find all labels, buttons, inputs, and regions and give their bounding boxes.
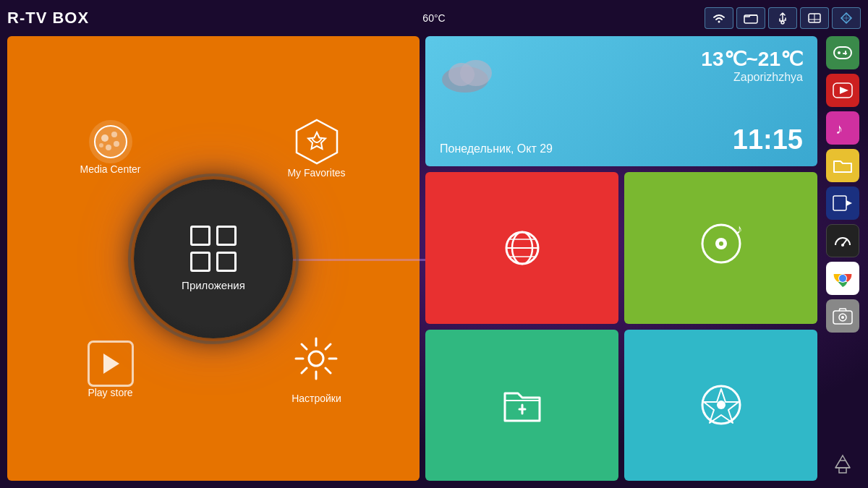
sidebar-camera-app[interactable] — [826, 299, 859, 333]
media-player-tile[interactable]: ♪ — [624, 172, 817, 324]
weather-cloud-icon — [440, 47, 505, 107]
network-icon[interactable] — [800, 7, 829, 29]
sidebar-music-app[interactable]: ♪ — [826, 111, 859, 145]
sidebar-chrome-app[interactable] — [826, 262, 859, 295]
svg-marker-39 — [840, 87, 848, 94]
svg-point-33 — [717, 401, 726, 409]
play-store-icon — [88, 341, 134, 387]
sidebar-bottom — [826, 448, 859, 481]
svg-point-53 — [841, 316, 844, 319]
weather-top: 13℃~21℃ Zaporizhzhya — [440, 47, 803, 107]
weather-time: 11:15 — [733, 124, 803, 155]
settings-label: Настройки — [292, 393, 341, 404]
svg-point-35 — [838, 51, 841, 54]
svg-point-7 — [111, 132, 117, 137]
wifi-icon[interactable] — [705, 7, 733, 29]
svg-line-19 — [326, 344, 331, 349]
browser-tile[interactable] — [624, 330, 817, 481]
recycle-icon[interactable] — [826, 448, 859, 481]
status-icons-bar — [705, 7, 861, 29]
my-favorites-label: My Favorites — [287, 167, 345, 179]
svg-line-20 — [302, 368, 307, 373]
weather-temperature: 13℃~21℃ — [701, 47, 803, 71]
logo: R-TV BOX — [7, 9, 89, 27]
top-bar: R-TV BOX 60°C — [0, 0, 868, 36]
media-center-label: Media Center — [80, 163, 140, 175]
sidebar-speedometer-app[interactable] — [826, 224, 859, 257]
weather-widget[interactable]: 13℃~21℃ Zaporizhzhya Понедельник, Окт 29… — [425, 36, 817, 166]
app-tiles-grid: ♪ — [425, 172, 817, 481]
sidebar-files-app[interactable] — [826, 149, 859, 182]
weather-date: Понедельник, Окт 29 — [440, 142, 553, 155]
svg-point-23 — [460, 60, 492, 86]
settings-icon — [293, 335, 340, 393]
svg-point-31 — [719, 241, 723, 246]
svg-point-44 — [841, 244, 844, 247]
svg-point-5 — [95, 126, 127, 158]
svg-point-8 — [114, 141, 119, 147]
svg-point-6 — [101, 134, 109, 142]
main-content: Media Center My Favorites — [7, 36, 861, 481]
weather-city: Zaporizhzhya — [701, 71, 803, 84]
weather-bottom: Понедельник, Окт 29 11:15 — [440, 124, 803, 155]
usb-icon[interactable] — [768, 7, 797, 29]
svg-point-9 — [106, 145, 111, 150]
svg-point-10 — [99, 143, 103, 147]
folder-icon[interactable] — [736, 7, 765, 29]
my-favorites-icon — [292, 116, 342, 167]
svg-point-12 — [309, 351, 323, 366]
sidebar-game-app[interactable] — [826, 36, 859, 69]
temperature-display: 60°C — [422, 12, 445, 24]
right-sidebar: ♪ — [823, 36, 861, 481]
weather-info: 13℃~21℃ Zaporizhzhya — [701, 47, 803, 84]
left-panel: Media Center My Favorites — [7, 36, 420, 481]
apps-center-button[interactable]: Приложения — [134, 179, 293, 338]
diamond-icon[interactable] — [832, 7, 861, 29]
connect-line — [293, 259, 425, 261]
svg-line-18 — [326, 368, 331, 373]
svg-rect-37 — [843, 53, 847, 54]
files-tile[interactable] — [425, 330, 618, 481]
svg-marker-11 — [103, 354, 119, 374]
apps-label: Приложения — [182, 279, 245, 291]
svg-rect-41 — [833, 196, 846, 210]
svg-point-1 — [781, 21, 784, 24]
svg-rect-34 — [834, 47, 851, 59]
svg-line-17 — [302, 344, 307, 349]
media-center-icon — [89, 120, 132, 163]
right-panel: 13℃~21℃ Zaporizhzhya Понедельник, Окт 29… — [425, 36, 817, 481]
svg-point-50 — [839, 275, 846, 282]
ie-tile[interactable] — [425, 172, 618, 324]
svg-marker-42 — [846, 200, 852, 206]
apps-grid-icon — [190, 226, 237, 272]
sidebar-video-app[interactable] — [826, 187, 859, 220]
svg-text:♪: ♪ — [835, 121, 843, 137]
sidebar-youtube-app[interactable] — [826, 74, 859, 107]
play-store-label: Play store — [88, 387, 132, 398]
